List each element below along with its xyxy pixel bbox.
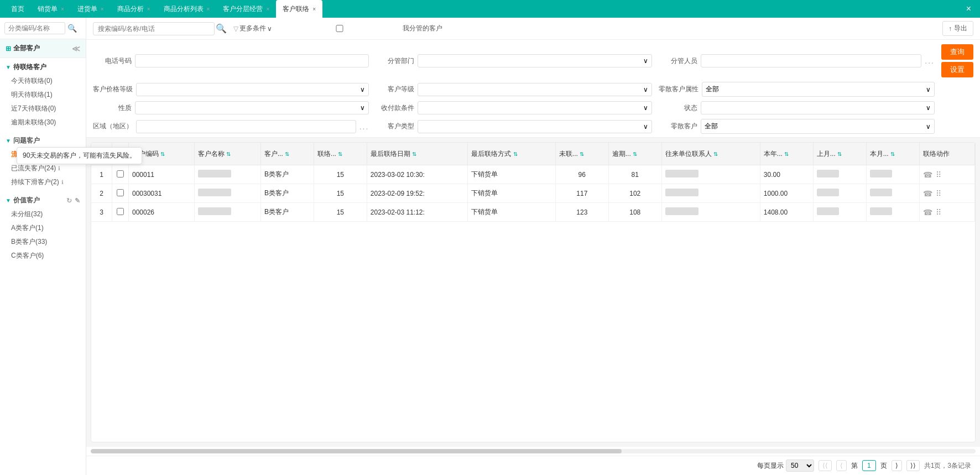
sidebar-section-pending-title[interactable]: ▼ 待联络客户	[0, 60, 86, 74]
search-input[interactable]	[93, 22, 215, 35]
settings-button[interactable]: 设置	[941, 62, 973, 77]
status-select[interactable]: ∨	[701, 101, 935, 114]
sidebar-search-input[interactable]	[4, 22, 65, 34]
sidebar-search-icon[interactable]: 🔍	[67, 24, 77, 33]
sidebar-item-ungrouped[interactable]: 未分组(32)	[0, 207, 86, 221]
next-page-button[interactable]: ⟩	[892, 460, 902, 471]
col-year-amount[interactable]: 本年... ⇅	[760, 143, 813, 165]
col-this-month[interactable]: 本月... ⇅	[866, 143, 919, 165]
tab-product-analysis[interactable]: 商品分析 ×	[111, 0, 157, 18]
sidebar-item-declining[interactable]: 持续下滑客户(2) ℹ	[0, 175, 86, 189]
tab-product-list-close[interactable]: ×	[207, 6, 210, 12]
row1-more-icon[interactable]: ⠿	[936, 170, 941, 179]
query-button[interactable]: 查询	[941, 44, 973, 60]
scatter-customer-select[interactable]: 全部 ∨	[701, 119, 935, 134]
sidebar-item-overdue[interactable]: 逾期未联络(30)	[0, 116, 86, 129]
col-method-sort-icon: ⇅	[513, 151, 518, 157]
row3-method-link[interactable]: 下销货单	[471, 208, 498, 216]
sidebar-collapse-icon[interactable]: ≪	[72, 44, 80, 53]
tab-product-list[interactable]: 商品分析列表 ×	[157, 0, 217, 18]
tab-sales-close[interactable]: ×	[61, 6, 64, 12]
tab-home[interactable]: 首页	[4, 0, 31, 18]
row2-method-link[interactable]: 下销货单	[471, 189, 498, 197]
payment-select[interactable]: ∨	[418, 101, 651, 114]
customer-level-chevron-icon: ∨	[643, 86, 648, 93]
scatter-attr-select[interactable]: 全部 ∨	[702, 82, 935, 97]
search-button[interactable]: 🔍	[216, 23, 227, 34]
sidebar-all-customers[interactable]: ⊞ 全部客户 ≪	[0, 39, 86, 58]
col-unlink-days[interactable]: 未联... ⇅	[555, 143, 608, 165]
price-level-label: 客户价格等级	[93, 85, 133, 94]
sidebar-item-today[interactable]: 今天待联络(0)	[0, 74, 86, 88]
first-page-button[interactable]: ⟨⟨	[819, 460, 832, 471]
data-table-area: ⚙ 客户编码 ⇅ 客户名称 ⇅	[91, 142, 976, 442]
col-contact-person[interactable]: 往来单位联系人 ⇅	[661, 143, 760, 165]
col-overdue-sort-icon: ⇅	[633, 151, 637, 157]
col-name[interactable]: 客户名称 ⇅	[194, 143, 260, 165]
row2-more-icon[interactable]: ⠿	[936, 189, 941, 198]
scrollbar-thumb[interactable]	[91, 449, 622, 453]
col-last-contact-method[interactable]: 最后联络方式 ⇅	[468, 143, 555, 165]
tab-sales[interactable]: 销货单 ×	[31, 0, 71, 18]
row1-method-link[interactable]: 下销货单	[471, 170, 498, 178]
customer-type-select[interactable]: ∨	[418, 120, 651, 133]
dept-select[interactable]: ∨	[418, 54, 651, 67]
row1-contact-icon[interactable]: ☎	[923, 170, 932, 179]
my-customers-checkbox[interactable]	[279, 25, 400, 32]
prev-page-button[interactable]: ⟨	[836, 460, 847, 471]
row1-name-blurred	[198, 170, 231, 178]
sidebar-item-tomorrow[interactable]: 明天待联络(1)	[0, 88, 86, 102]
col-last-month[interactable]: 上月... ⇅	[813, 143, 866, 165]
sidebar-item-class-a[interactable]: A类客户(1)	[0, 221, 86, 235]
tab-purchase-close[interactable]: ×	[101, 6, 104, 12]
refresh-icon[interactable]: ↻	[66, 197, 72, 205]
horizontal-scrollbar[interactable]	[86, 447, 980, 456]
tab-customer-layer[interactable]: 客户分层经营 ×	[216, 0, 276, 18]
customer-level-select[interactable]: ∨	[418, 83, 651, 96]
row1-index: 1	[91, 165, 112, 184]
export-button[interactable]: ↑ 导出	[942, 21, 973, 36]
nature-select[interactable]: ∨	[135, 101, 369, 114]
tab-customer-contact-close[interactable]: ×	[312, 6, 316, 12]
advanced-filter-section: 电话号码 分管部门 ∨ 分管人员 ... 查询 设置	[86, 40, 980, 138]
manager-more-icon[interactable]: ...	[925, 56, 935, 65]
row2-contact-icon[interactable]: ☎	[923, 189, 932, 198]
sidebar-item-class-b[interactable]: B类客户(33)	[0, 235, 86, 249]
dept-chevron-icon: ∨	[643, 57, 648, 65]
phone-input[interactable]	[135, 54, 369, 67]
data-table: ⚙ 客户编码 ⇅ 客户名称 ⇅	[91, 143, 975, 222]
row1-checkbox[interactable]	[117, 170, 124, 178]
more-conditions-button[interactable]: ▽ 更多条件 ∨	[233, 24, 272, 33]
row2-checkbox[interactable]	[117, 189, 124, 196]
col-last-contact-date[interactable]: 最后联络日期 ⇅	[367, 143, 468, 165]
region-more-icon[interactable]: ...	[359, 122, 369, 131]
tab-customer-layer-close[interactable]: ×	[266, 6, 269, 12]
col-customer-type[interactable]: 客户... ⇅	[260, 143, 314, 165]
filter-row-region: 区域（地区） ...	[93, 120, 369, 133]
declining-label: 持续下滑客户(2)	[11, 178, 59, 187]
col-overdue[interactable]: 逾期... ⇅	[608, 143, 661, 165]
row3-contact-icon[interactable]: ☎	[923, 208, 932, 217]
sidebar-item-7days[interactable]: 近7天待联络(0)	[0, 102, 86, 116]
col-contact-count[interactable]: 联络... ⇅	[314, 143, 367, 165]
per-page-area: 每页显示 50 20 100	[757, 460, 814, 472]
row2-lmonth-blurred	[817, 189, 839, 196]
region-input[interactable]	[136, 120, 356, 133]
payment-chevron-icon: ∨	[643, 104, 648, 112]
price-level-select[interactable]: ∨	[136, 83, 369, 96]
last-page-button[interactable]: ⟩⟩	[906, 460, 920, 471]
window-close-icon[interactable]: ×	[962, 4, 976, 14]
edit-icon[interactable]: ✎	[75, 197, 80, 205]
tab-purchase[interactable]: 进货单 ×	[71, 0, 111, 18]
per-page-select[interactable]: 50 20 100	[786, 460, 814, 472]
scrollbar-track	[91, 449, 976, 453]
tab-customer-contact[interactable]: 客户联络 ×	[276, 0, 322, 18]
row3-checkbox[interactable]	[117, 208, 124, 215]
scatter-customer-value: 全部	[705, 122, 718, 131]
manager-input[interactable]	[701, 54, 922, 67]
row2-method-cell: 下销货单	[468, 184, 555, 203]
my-customers-checkbox-area[interactable]: 我分管的客户	[279, 24, 442, 33]
row3-more-icon[interactable]: ⠿	[936, 208, 941, 217]
sidebar-item-class-c[interactable]: C类客户(6)	[0, 249, 86, 263]
tab-product-analysis-close[interactable]: ×	[147, 6, 150, 12]
